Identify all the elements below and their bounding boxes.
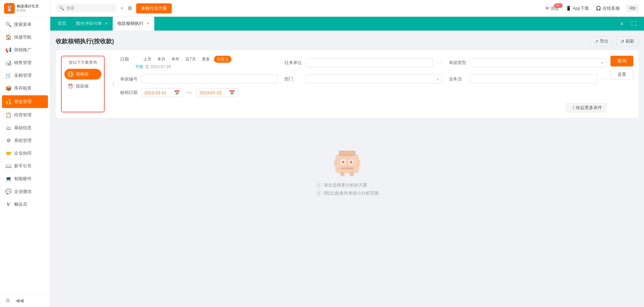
date-label: 日期 — [120, 56, 139, 62]
sidebar-item-guide[interactable]: 📖 新手引导 — [0, 160, 50, 172]
tip-num-1: 1 — [316, 182, 322, 188]
calendar-end-icon[interactable]: 📅 — [229, 90, 235, 95]
tab-payment-close[interactable]: ✕ — [146, 21, 150, 26]
collapse-filter-button[interactable]: 《 — [109, 56, 116, 112]
svg-rect-1 — [339, 151, 356, 156]
collapse-more-button[interactable]: 《 收起更多条件 — [566, 103, 606, 112]
setting-button[interactable]: 设置 — [610, 69, 633, 80]
empty-tip-1: 1 请先选择要分析的方案 — [316, 182, 378, 188]
sidebar-item-collab[interactable]: 🤝 企业协同 — [0, 147, 50, 160]
logo-icon: 🐰 — [4, 3, 15, 14]
sidebar-item-wechat[interactable]: 💬 企业微信 — [0, 185, 50, 198]
filter-option-label: 按收款 — [76, 71, 89, 77]
phone-icon: 📱 — [566, 6, 571, 11]
date-to-text: 至 2023-07-26 — [145, 64, 171, 70]
doc-type-label: 单据类型 — [449, 60, 467, 66]
message-button[interactable]: ✉ 消息 99+ — [545, 5, 559, 11]
tab-home-label: 首页 — [58, 20, 66, 27]
sidebar-item-system[interactable]: ⚙ 系统管理 — [0, 134, 50, 147]
service-label: 在线客服 — [602, 5, 620, 11]
tip-text-1: 请先选择要分析的方案 — [324, 182, 367, 188]
header-search-box[interactable]: 🔍 搜索 — [56, 4, 116, 12]
sidebar-footer: ⚙ ◀◀ — [0, 294, 50, 307]
date-filter-item: 日期 上月 本月 本年 近7天 更多 自定义 不限 — [120, 56, 278, 70]
sidebar-item-hardware[interactable]: 💻 智能硬件 — [0, 172, 50, 185]
collapse-bar: 《 收起更多条件 — [120, 103, 606, 112]
svg-point-5 — [350, 161, 353, 163]
export-icon: ↗ — [595, 39, 598, 44]
sidebar-item-management[interactable]: 📋 经营管理 — [0, 109, 50, 121]
message-badge: 99+ — [554, 3, 562, 8]
sidebar-item-label: 搜索菜单 — [14, 21, 32, 28]
sidebar-item-nav[interactable]: 🏠 快捷导航 — [0, 31, 50, 44]
svg-rect-0 — [335, 155, 359, 173]
date-tab-last-month[interactable]: 上月 — [141, 56, 153, 63]
refresh-icon: ↺ — [621, 39, 624, 44]
username-display[interactable]: Rit — [627, 5, 639, 12]
sidebar-menu: 🔍 搜索菜单 🏠 快捷导航 📢 营销推广 📊 销售管理 🛒 采购管理 📦 库存核… — [0, 17, 50, 294]
date-tab-7days[interactable]: 近7天 — [183, 56, 198, 63]
filter-option-by-receivable[interactable]: ⏰ 按应收 — [64, 81, 101, 92]
page-title-bar: 收款核销执行(按收款) ↗ 导出 ↺ 刷新 — [56, 36, 639, 46]
export-button[interactable]: ↗ 导出 — [590, 36, 613, 46]
sidebar-item-label: 经营管理 — [14, 112, 32, 118]
verify-date-filter-item: 核销日期 📅 — 📅 — [120, 88, 442, 97]
svg-rect-7 — [334, 160, 337, 166]
filter-scheme-title: 按以下方案查询 — [64, 60, 101, 65]
header-right: ✉ 消息 99+ 📱 App下载 🎧 在线客服 Rit — [545, 5, 639, 12]
tab-close-all-button[interactable]: ✕ — [617, 19, 627, 29]
sidebar-item-label: 基础信息 — [14, 125, 32, 131]
calendar-start-icon[interactable]: 📅 — [174, 90, 180, 95]
date-tab-this-year[interactable]: 本年 — [169, 56, 181, 63]
date-tab-this-month[interactable]: 本月 — [155, 56, 167, 63]
tab-prepay[interactable]: 预付冲应付单 ✕ — [71, 17, 113, 31]
query-button[interactable]: 查询 — [610, 56, 633, 66]
sidebar-item-inventory[interactable]: 📦 库存核算 — [0, 82, 50, 95]
gear-icon[interactable]: ⚙ — [127, 5, 132, 11]
doc-no-input[interactable] — [141, 74, 278, 84]
sidebar-item-label: 企业协同 — [14, 150, 32, 156]
sidebar-item-basic[interactable]: 🗂 基础信息 — [0, 121, 50, 134]
sidebar-item-marketing[interactable]: 📢 营销推广 — [0, 44, 50, 56]
date-tab-custom[interactable]: 自定义 — [214, 56, 231, 63]
hardware-icon: 💻 — [5, 176, 11, 182]
sidebar-item-purchase[interactable]: 🛒 采购管理 — [0, 69, 50, 82]
date-tab-more[interactable]: 更多 — [200, 56, 212, 63]
doc-type-select[interactable] — [470, 58, 606, 67]
filter-option-by-receipt[interactable]: 💰 按收款 — [64, 69, 101, 80]
dept-select[interactable] — [306, 74, 442, 84]
page-content: 收款核销执行(按收款) ↗ 导出 ↺ 刷新 按以下方案查询 💰 按收款 — [50, 31, 644, 307]
counterpart-input[interactable] — [306, 58, 433, 67]
staff-input[interactable] — [470, 74, 597, 84]
counterpart-label: 往来单位 — [284, 60, 303, 66]
service-button[interactable]: 🎧 在线客服 — [596, 5, 620, 11]
marketing-icon: 📢 — [5, 47, 11, 53]
tab-expand-button[interactable]: ⛶ — [629, 19, 639, 29]
tab-prepay-label: 预付冲应付单 — [76, 20, 102, 27]
collapse-sidebar-icon[interactable]: ◀◀ — [15, 297, 23, 304]
search-menu-icon: 🔍 — [5, 21, 11, 28]
sidebar-item-finance[interactable]: 💰 资金管理 — [2, 95, 48, 108]
verify-date-start-input[interactable] — [144, 90, 173, 95]
tab-home[interactable]: 首页 — [53, 17, 71, 31]
inventory-icon: 📦 — [5, 85, 11, 91]
solution-button[interactable]: 体验行业方案 — [136, 3, 172, 13]
staff-label: 业务员 — [449, 76, 467, 82]
tab-payment[interactable]: 收款核销执行 ✕ — [113, 17, 154, 31]
dropdown-icon[interactable]: ▼ — [120, 6, 123, 10]
tab-prepay-close[interactable]: ✕ — [105, 21, 108, 26]
sidebar-item-label: 智能硬件 — [14, 176, 32, 182]
app-download-button[interactable]: 📱 App下载 — [566, 5, 589, 11]
top-header: 🔍 搜索 ▼ ⚙ 体验行业方案 ✉ 消息 99+ 📱 App下载 🎧 在线客服 … — [50, 0, 644, 17]
staff-more-icon[interactable]: ··· — [600, 76, 606, 82]
refresh-button[interactable]: ↺ 刷新 — [616, 36, 639, 46]
settings-footer-icon[interactable]: ⚙ — [5, 297, 10, 304]
counterpart-more-icon[interactable]: ··· — [436, 60, 442, 66]
app-label: App下载 — [573, 5, 589, 11]
sidebar-item-sales[interactable]: 📊 销售管理 — [0, 56, 50, 69]
verify-date-end-input[interactable] — [199, 90, 228, 95]
sidebar-item-member[interactable]: V 畅会员 — [0, 198, 50, 211]
doc-type-select-wrap: ▼ — [470, 58, 606, 67]
date-no-limit[interactable]: 不限 — [135, 64, 143, 70]
sidebar-item-search[interactable]: 🔍 搜索菜单 — [0, 18, 50, 31]
